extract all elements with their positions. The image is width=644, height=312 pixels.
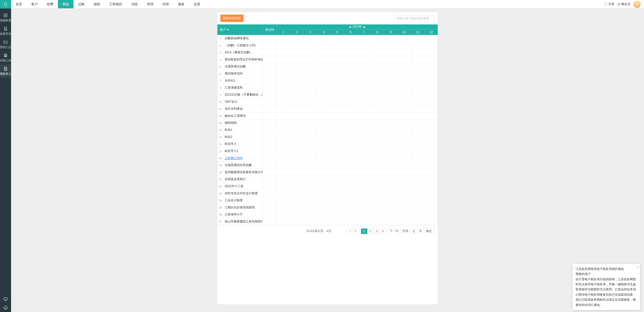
- nav-item-9[interactable]: 经营: [158, 0, 174, 8]
- nav-item-5[interactable]: 报税: [89, 0, 105, 8]
- nav-item-8[interactable]: 管理: [142, 0, 158, 8]
- nav-item-6[interactable]: 工商项目: [105, 0, 127, 8]
- nav-item-0[interactable]: 首页: [11, 0, 27, 8]
- fullscreen-button[interactable]: 全屏: [604, 2, 614, 6]
- member-label: 畅会员: [621, 2, 630, 6]
- nav-item-3[interactable]: 票据: [58, 0, 73, 8]
- nav-item-2[interactable]: 收费: [42, 0, 58, 8]
- app-logo[interactable]: [0, 0, 11, 9]
- fullscreen-label: 全屏: [608, 2, 614, 6]
- nav-item-11[interactable]: 设置: [189, 0, 205, 8]
- nav-item-10[interactable]: 服务: [174, 0, 189, 8]
- svg-marker-1: [619, 4, 619, 5]
- nav-item-4[interactable]: 记账: [73, 0, 89, 8]
- avatar[interactable]: [633, 1, 640, 8]
- nav-item-1[interactable]: 客户: [27, 0, 42, 8]
- top-nav: 首页客户收费票据记账报税工商项目消息管理经营服务设置: [11, 0, 205, 8]
- member-button[interactable]: 畅会员: [617, 2, 630, 6]
- top-header: 首页客户收费票据记账报税工商项目消息管理经营服务设置 全屏 畅会员: [0, 0, 644, 9]
- nav-item-7[interactable]: 消息: [127, 0, 142, 8]
